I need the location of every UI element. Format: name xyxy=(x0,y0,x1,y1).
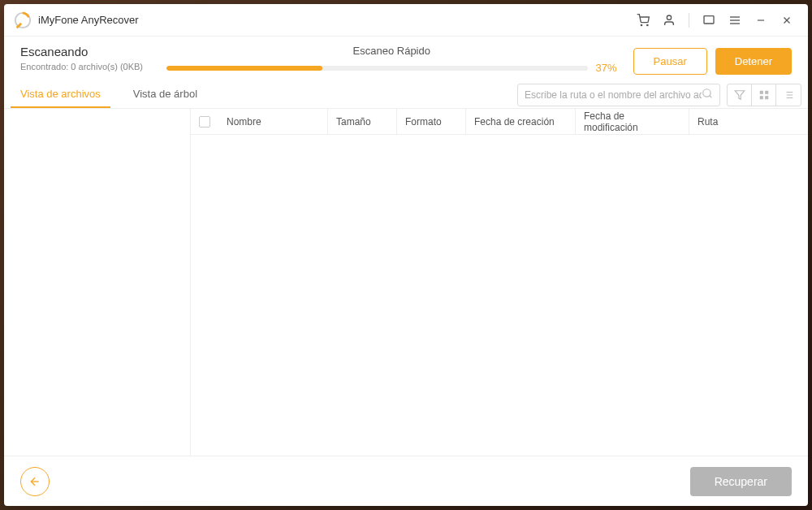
titlebar-icons xyxy=(632,9,798,32)
svg-rect-14 xyxy=(759,90,762,93)
close-icon[interactable] xyxy=(775,9,798,32)
scan-buttons: Pausar Detener xyxy=(633,45,792,75)
footer: Recuperar xyxy=(4,456,808,506)
progress-fill xyxy=(166,66,322,71)
scan-progress-block: Escaneo Rápido 37% xyxy=(166,45,617,74)
scan-found-label: Encontrado: 0 archivo(s) (0KB) xyxy=(20,62,150,71)
tab-file-view[interactable]: Vista de archivos xyxy=(11,81,110,108)
search-input[interactable] xyxy=(525,89,702,101)
app-window: iMyFone AnyRecover xyxy=(4,4,808,506)
tabs-section: Vista de archivos Vista de árbol xyxy=(4,81,808,109)
scan-section: Escaneando Encontrado: 0 archivo(s) (0KB… xyxy=(4,37,808,81)
svg-rect-16 xyxy=(759,96,762,99)
progress-bar xyxy=(166,66,588,71)
svg-marker-13 xyxy=(735,90,745,99)
app-logo-icon xyxy=(14,11,32,29)
view-toggle-group xyxy=(727,84,801,106)
stop-button[interactable]: Detener xyxy=(715,48,792,75)
recover-button[interactable]: Recuperar xyxy=(690,467,792,496)
user-icon[interactable] xyxy=(658,9,680,32)
svg-line-12 xyxy=(710,95,712,97)
svg-point-11 xyxy=(703,89,710,96)
titlebar: iMyFone AnyRecover xyxy=(4,4,808,37)
pause-button[interactable]: Pausar xyxy=(633,48,707,75)
grid-view-icon[interactable] xyxy=(752,84,776,106)
minimize-icon[interactable] xyxy=(749,9,772,32)
search-icon[interactable] xyxy=(702,88,713,102)
main-content: Nombre Tamaño Formato Fecha de creación … xyxy=(4,109,808,456)
svg-rect-15 xyxy=(765,90,768,93)
cart-icon[interactable] xyxy=(632,9,654,32)
list-view-icon[interactable] xyxy=(776,84,801,106)
search-box[interactable] xyxy=(517,84,720,106)
column-modified[interactable]: Fecha de modificación xyxy=(576,109,689,134)
scan-mode-label: Escaneo Rápido xyxy=(353,45,430,57)
svg-rect-17 xyxy=(765,96,768,99)
scan-status-block: Escaneando Encontrado: 0 archivo(s) (0KB… xyxy=(20,45,150,71)
svg-point-1 xyxy=(641,24,641,25)
column-size[interactable]: Tamaño xyxy=(328,109,397,134)
progress-percent: 37% xyxy=(596,62,617,74)
select-all-checkbox[interactable] xyxy=(191,116,218,128)
table-body xyxy=(191,135,808,456)
back-button[interactable] xyxy=(20,467,50,496)
sidebar xyxy=(4,109,191,456)
menu-icon[interactable] xyxy=(723,9,746,32)
column-format[interactable]: Formato xyxy=(397,109,466,134)
column-name[interactable]: Nombre xyxy=(218,109,328,134)
filter-icon[interactable] xyxy=(728,84,752,106)
svg-point-2 xyxy=(647,24,648,25)
column-path[interactable]: Ruta xyxy=(689,109,808,134)
svg-rect-4 xyxy=(704,15,714,23)
progress-container: 37% xyxy=(166,62,617,74)
table-header: Nombre Tamaño Formato Fecha de creación … xyxy=(191,109,808,135)
feedback-icon[interactable] xyxy=(698,9,720,32)
svg-point-3 xyxy=(667,15,671,19)
scan-status-label: Escaneando xyxy=(20,45,150,58)
tab-tree-view[interactable]: Vista de árbol xyxy=(123,81,207,108)
content-area: Nombre Tamaño Formato Fecha de creación … xyxy=(191,109,808,456)
column-created[interactable]: Fecha de creación xyxy=(466,109,576,134)
app-title: iMyFone AnyRecover xyxy=(38,14,139,26)
